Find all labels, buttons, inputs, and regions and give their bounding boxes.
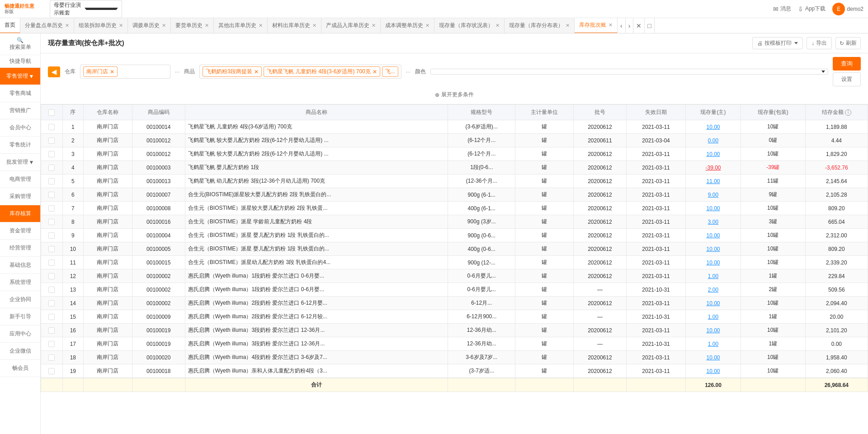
tab-prev-btn[interactable]: ‹ — [618, 18, 626, 33]
tab-bar: 首页 分量盘点单历史 ✕ 组装拆卸单历史 ✕ 调拨单历史 ✕ 要货单历史 ✕ 其… — [0, 18, 868, 33]
tab-close-icon[interactable]: ✕ — [259, 23, 263, 28]
warehouse-filter[interactable]: 南岸门店 ✕ — [80, 65, 170, 79]
sidebar-item-purchase[interactable]: 采购管理 — [0, 188, 40, 205]
row-checkbox[interactable] — [48, 341, 55, 347]
tab-close-icon[interactable]: ✕ — [425, 23, 429, 28]
setting-btn[interactable]: 设置 — [833, 72, 861, 86]
tab-chengben[interactable]: 成本调整单历史 ✕ — [381, 18, 434, 33]
row-checkbox[interactable] — [48, 124, 55, 130]
row-checkbox[interactable] — [48, 354, 55, 361]
export-btn[interactable]: ↓ 导出 — [807, 37, 832, 49]
top-actions: ✉ 消息 ⇩ App下载 E demo2 — [773, 3, 863, 15]
sidebar-item-finance[interactable]: 资金管理 — [0, 222, 40, 240]
sidebar-item-apps[interactable]: 应用中心 — [0, 326, 40, 343]
sidebar-item-basic[interactable]: 基础信息 — [0, 257, 40, 274]
row-checkbox[interactable] — [48, 314, 55, 320]
message-btn[interactable]: ✉ 消息 — [773, 5, 791, 13]
table-row: 14 南岸门店 00100002 惠氏启腾（Wyeth illuma）2段奶粉 … — [41, 297, 868, 310]
row-checkbox[interactable] — [48, 178, 55, 184]
tab-close-icon[interactable]: ✕ — [372, 23, 376, 28]
info-icon[interactable]: i — [845, 109, 851, 116]
sidebar-search[interactable]: 🔍 搜索菜单 — [0, 33, 40, 55]
row-checkbox[interactable] — [48, 137, 55, 144]
tab-yaohuo[interactable]: 要货单历史 ✕ — [171, 18, 214, 33]
sidebar-item-marketing[interactable]: 营销推广 — [0, 102, 40, 119]
checkbox-icon[interactable] — [48, 109, 55, 116]
row-checkbox[interactable] — [48, 273, 55, 279]
row-checkbox[interactable] — [48, 287, 55, 293]
sidebar-item-retail[interactable]: 零售管理 ▼ — [0, 68, 40, 85]
sidebar-item-operation[interactable]: 经营管理 — [0, 240, 40, 257]
sidebar-item-inventory[interactable]: 库存核算 — [0, 205, 40, 222]
product-filter[interactable]: 飞鹤奶粉3段两提装 ✕ 飞鹤星飞帆 儿童奶粉 4段(3-6岁适用) 700克 ✕… — [199, 65, 401, 79]
collapse-btn[interactable]: ◀ — [48, 66, 60, 77]
warehouse-more[interactable]: ··· — [175, 69, 179, 75]
tab-diaoba[interactable]: 调拨单历史 ✕ — [128, 18, 171, 33]
row-checkbox[interactable] — [48, 368, 55, 374]
row-checkbox[interactable] — [48, 246, 55, 252]
row-checkbox[interactable] — [48, 192, 55, 198]
col-expire: 失效日期 — [626, 105, 685, 120]
content-area: 现存量查询(按仓库+批次) 🖨 按模板打印 ↓ 导出 ↻ 刷新 — [41, 33, 868, 434]
sidebar-item-member[interactable]: 会员中心 — [0, 119, 40, 137]
product-more[interactable]: ··· — [406, 69, 410, 75]
tab-cailiao[interactable]: 材料出库单历史 ✕ — [268, 18, 321, 33]
tab-close-all-btn[interactable]: ✕ — [633, 18, 645, 33]
tab-home[interactable]: 首页 — [0, 18, 20, 33]
tab-qitachuku[interactable]: 其他出库单历史 ✕ — [214, 18, 268, 33]
tab-close-icon[interactable]: ✕ — [312, 23, 316, 28]
tab-cunkuang1[interactable]: 现存量（库存状况表） ✕ — [434, 18, 505, 33]
warehouse-tag-close[interactable]: ✕ — [110, 69, 114, 75]
sidebar-item-member2[interactable]: 畅会员 — [0, 360, 40, 377]
chevron-down-icon: ▼ — [29, 73, 34, 80]
print-btn[interactable]: 🖨 按模板打印 — [752, 37, 803, 49]
row-checkbox[interactable] — [48, 232, 55, 239]
tab-chengpin[interactable]: 产成品入库单历史 ✕ — [321, 18, 381, 33]
sidebar-item-wechat[interactable]: 企业微信 — [0, 343, 40, 360]
sidebar-item-guide[interactable]: 新手引导 — [0, 308, 40, 326]
tab-close-icon[interactable]: ✕ — [65, 23, 69, 28]
row-checkbox[interactable] — [48, 327, 55, 334]
tab-zuhe[interactable]: 组装拆卸单历史 ✕ — [74, 18, 128, 33]
user-btn[interactable]: E demo2 — [832, 3, 863, 15]
tab-close-icon[interactable]: ✕ — [566, 23, 570, 28]
tab-fenpan[interactable]: 分量盘点单历史 ✕ — [20, 18, 74, 33]
expand-btn[interactable]: ⊕ 展开更多条件 — [430, 89, 478, 100]
tab-close-icon[interactable]: ✕ — [119, 23, 123, 28]
sidebar-item-mall[interactable]: 零售商城 — [0, 85, 40, 102]
logo-area: 畅捷通好生意 标版 — [5, 3, 45, 14]
tab-cunkuang2[interactable]: 现存量（库存分布表） ✕ — [505, 18, 575, 33]
industry-selector[interactable]: 母婴行业演示账套 — [50, 0, 122, 18]
product-tag2-close[interactable]: ✕ — [373, 69, 377, 75]
row-checkbox[interactable] — [48, 205, 55, 212]
sidebar-item-wholesale[interactable]: 批发管理 ▼ — [0, 154, 40, 171]
sidebar-item-retail-stats[interactable]: 零售统计 — [0, 137, 40, 154]
row-checkbox[interactable] — [48, 300, 55, 307]
row-checkbox[interactable] — [48, 151, 55, 157]
query-btn[interactable]: 查询 — [833, 57, 861, 71]
sidebar-item-ecommerce[interactable]: 电商管理 — [0, 171, 40, 188]
table-row: 17 南岸门店 00100019 惠氏启腾（Wyeth illuma）3段奶粉 … — [41, 337, 868, 351]
tab-pici[interactable]: 库存批次账 ✕ — [575, 18, 618, 33]
product-tag1: 飞鹤奶粉3段两提装 ✕ — [203, 66, 262, 77]
row-checkbox[interactable] — [48, 259, 55, 266]
row-checkbox[interactable] — [48, 219, 55, 225]
tab-maximize-btn[interactable]: □ — [645, 18, 654, 33]
table-row: 8 南岸门店 00100016 合生元（BIOSTIME）派星 学龄前儿童配方奶… — [41, 215, 868, 229]
color-filter[interactable] — [430, 69, 828, 75]
row-checkbox[interactable] — [48, 165, 55, 171]
refresh-btn[interactable]: ↻ 刷新 — [835, 37, 861, 49]
tab-close-icon[interactable]: ✕ — [495, 23, 500, 28]
table-row: 11 南岸门店 00100015 合生元（BIOSTIME）派星幼儿配方奶粉 3… — [41, 256, 868, 269]
tab-close-icon[interactable]: ✕ — [205, 23, 209, 28]
product-tag1-close[interactable]: ✕ — [254, 69, 259, 75]
sidebar-item-system[interactable]: 系统管理 — [0, 274, 40, 291]
tab-close-icon[interactable]: ✕ — [609, 22, 613, 28]
tab-close-icon[interactable]: ✕ — [162, 23, 166, 28]
tab-next-btn[interactable]: › — [626, 18, 634, 33]
sidebar-nav[interactable]: 快捷导航 — [0, 55, 40, 68]
table-row: 6 南岸门店 00100007 合生元(BIOSTIME)派星较大婴儿配方奶粉 … — [41, 188, 868, 202]
product-label: 商品 — [184, 68, 195, 75]
download-btn[interactable]: ⇩ App下载 — [798, 5, 826, 13]
sidebar-item-corp[interactable]: 企业协同 — [0, 291, 40, 308]
